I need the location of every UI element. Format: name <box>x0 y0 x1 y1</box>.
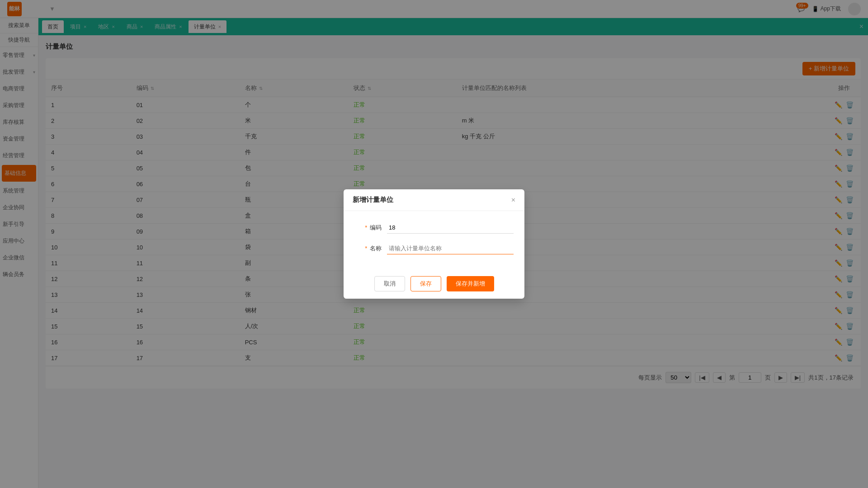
name-label-text: 名称 <box>370 245 382 252</box>
code-input[interactable] <box>387 222 514 234</box>
name-label: * 名称 <box>354 244 382 253</box>
modal-close-button[interactable]: × <box>511 196 515 204</box>
form-row-code: * 编码 <box>354 222 514 234</box>
modal-overlay[interactable]: 新增计量单位 × * 编码 * 名称 取消 保存 保存并新增 <box>0 0 868 488</box>
modal-body: * 编码 * 名称 <box>344 211 524 271</box>
save-new-button[interactable]: 保存并新增 <box>447 276 494 291</box>
modal-title: 新增计量单位 <box>353 196 393 204</box>
form-row-name: * 名称 <box>354 243 514 254</box>
code-label: * 编码 <box>354 224 382 232</box>
modal-footer: 取消 保存 保存并新增 <box>344 271 524 299</box>
modal-header: 新增计量单位 × <box>344 189 524 211</box>
code-label-text: 编码 <box>370 224 382 231</box>
add-unit-modal: 新增计量单位 × * 编码 * 名称 取消 保存 保存并新增 <box>344 189 524 299</box>
cancel-button[interactable]: 取消 <box>374 276 405 291</box>
save-button[interactable]: 保存 <box>410 276 441 291</box>
required-mark-name: * <box>365 245 367 252</box>
name-input[interactable] <box>387 243 514 254</box>
required-mark: * <box>365 224 367 231</box>
